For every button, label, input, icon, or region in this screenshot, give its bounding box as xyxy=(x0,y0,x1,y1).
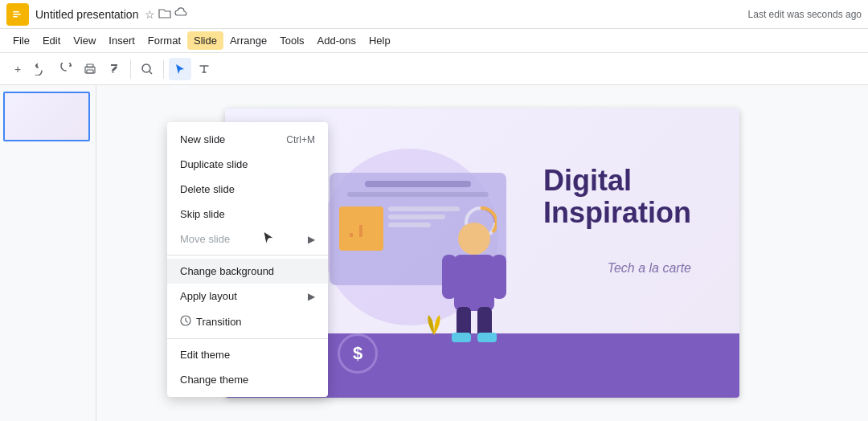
menu-tools[interactable]: Tools xyxy=(273,31,310,50)
menu-help[interactable]: Help xyxy=(362,31,397,50)
menu-format[interactable]: Format xyxy=(141,31,187,50)
menu-file[interactable]: File xyxy=(6,31,36,50)
svg-rect-3 xyxy=(13,16,18,18)
dropdown-edit-theme[interactable]: Edit theme xyxy=(167,342,328,367)
svg-rect-6 xyxy=(87,70,93,73)
svg-rect-17 xyxy=(442,255,457,299)
menu-slide[interactable]: Slide xyxy=(187,31,223,50)
svg-rect-21 xyxy=(452,333,471,342)
transition-icon xyxy=(180,315,191,329)
move-slide-arrow: ▶ xyxy=(308,234,315,245)
dollar-badge: $ xyxy=(338,333,378,374)
dropdown-delete-slide[interactable]: Delete slide xyxy=(167,177,328,202)
apply-layout-arrow: ▶ xyxy=(308,291,315,302)
dropdown-separator-2 xyxy=(167,338,328,339)
svg-point-7 xyxy=(142,64,150,72)
redo-button[interactable] xyxy=(55,58,77,80)
toolbar-divider-2 xyxy=(163,59,164,79)
svg-rect-9 xyxy=(350,233,353,237)
dropdown-skip-slide[interactable]: Skip slide xyxy=(167,202,328,227)
copy-format-button[interactable] xyxy=(103,58,125,80)
last-edit-text: Last edit was seconds ago xyxy=(748,9,862,20)
dropdown-new-slide[interactable]: New slide Ctrl+M xyxy=(167,127,328,152)
dropdown-menu: New slide Ctrl+M Duplicate slide Delete … xyxy=(167,122,328,397)
svg-rect-22 xyxy=(477,333,497,342)
dropdown-apply-layout[interactable]: Apply layout ▶ xyxy=(167,284,328,309)
presentation-title[interactable]: Untitled presentation xyxy=(35,8,138,21)
svg-rect-1 xyxy=(13,11,19,13)
menu-bar: File Edit View Insert Format Slide Arran… xyxy=(0,29,868,53)
menu-addons[interactable]: Add-ons xyxy=(311,31,362,50)
title-bar: Untitled presentation ☆ Last edit was se… xyxy=(0,0,868,29)
svg-line-8 xyxy=(149,72,152,74)
svg-rect-12 xyxy=(364,231,367,237)
menu-edit[interactable]: Edit xyxy=(36,31,67,50)
app-logo xyxy=(6,3,29,26)
toolbar: + xyxy=(0,53,868,85)
toolbar-divider-1 xyxy=(130,59,131,79)
zoom-button[interactable] xyxy=(136,58,158,80)
folder-icon[interactable] xyxy=(158,7,171,21)
slide-subtitle: Tech a la carte xyxy=(608,261,691,276)
add-button[interactable]: + xyxy=(6,58,29,80)
svg-point-15 xyxy=(458,223,490,255)
undo-button[interactable] xyxy=(31,58,53,80)
cursor-tool[interactable] xyxy=(169,58,191,80)
menu-arrange[interactable]: Arrange xyxy=(223,31,273,50)
menu-insert[interactable]: Insert xyxy=(102,31,141,50)
svg-rect-16 xyxy=(454,255,494,311)
text-tool[interactable] xyxy=(193,58,215,80)
dropdown-transition[interactable]: Transition xyxy=(167,309,328,335)
svg-rect-11 xyxy=(359,225,362,237)
dropdown-change-background[interactable]: Change background xyxy=(167,259,328,284)
svg-rect-5 xyxy=(87,64,93,67)
dropdown-duplicate-slide[interactable]: Duplicate slide xyxy=(167,152,328,177)
cloud-icon[interactable] xyxy=(174,7,189,21)
svg-rect-10 xyxy=(354,229,358,237)
menu-view[interactable]: View xyxy=(67,31,102,50)
slide-thumbnails[interactable] xyxy=(0,85,96,421)
slide-thumbnail-1[interactable] xyxy=(3,92,90,141)
dropdown-move-slide: Move slide ▶ xyxy=(167,227,328,251)
svg-rect-18 xyxy=(492,255,506,299)
main-area: DigitalInspiration Tech a la carte $ xyxy=(0,85,868,421)
print-button[interactable] xyxy=(79,58,101,80)
dropdown-change-theme[interactable]: Change theme xyxy=(167,367,328,392)
dropdown-separator-1 xyxy=(167,255,328,255)
slide-main-title: DigitalInspiration xyxy=(543,165,691,228)
svg-rect-2 xyxy=(13,14,21,15)
star-icon[interactable]: ☆ xyxy=(145,8,155,21)
